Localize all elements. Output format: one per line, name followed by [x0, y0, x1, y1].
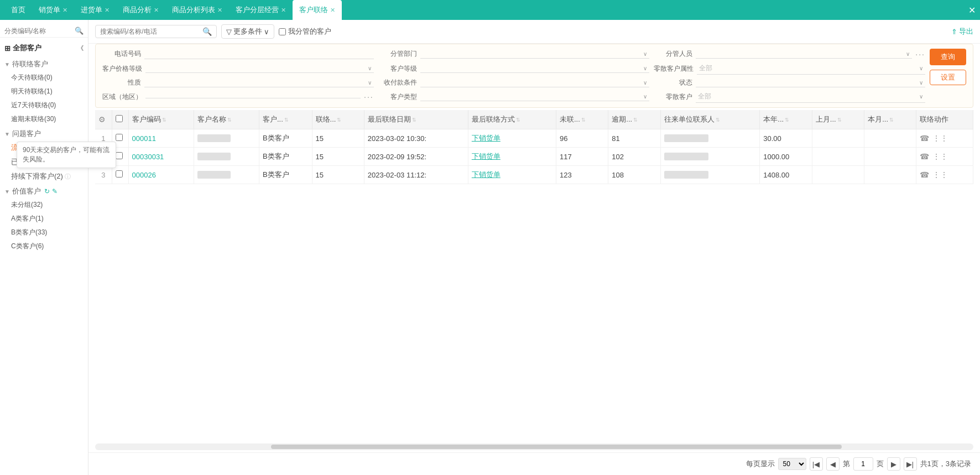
- page-unit: 页: [877, 459, 884, 469]
- tooltip-churn-risk: 90天未交易的客户，可能有流失风险。: [17, 142, 88, 168]
- select-all-checkbox[interactable]: [116, 115, 123, 122]
- close-tab-purchase[interactable]: ✕: [105, 7, 110, 14]
- sidebar-search-input[interactable]: [4, 27, 75, 35]
- filter-field-dept: 分管部门 ∨: [378, 49, 650, 59]
- sidebar-group-problem[interactable]: ▼ 问题客户: [0, 126, 88, 140]
- search-input[interactable]: [100, 28, 200, 35]
- sidebar-item-class-a[interactable]: A类客户(1): [0, 212, 88, 226]
- sidebar-search-icon[interactable]: 🔍: [75, 27, 84, 35]
- th-name: 客户名称⇅: [194, 110, 259, 129]
- first-page-btn[interactable]: |◀: [810, 457, 823, 471]
- page-number-input[interactable]: [853, 457, 873, 471]
- cell-type: B类客户: [259, 148, 312, 166]
- close-tab-salesorder[interactable]: ✕: [62, 7, 67, 14]
- sidebar-collapse-btn[interactable]: 《: [77, 44, 84, 53]
- more-conditions-btn[interactable]: ▽ 更多条件 ∨: [221, 24, 274, 39]
- nav-tab-salesorder[interactable]: 销货单 ✕: [32, 0, 74, 20]
- nav-tab-customer-layer[interactable]: 客户分层经营 ✕: [229, 0, 293, 20]
- filter-label-phone: 电话号码: [102, 49, 141, 59]
- th-last-method: 最后联络方式⇅: [468, 110, 556, 129]
- filter-select-retail[interactable]: 全部 ∨: [696, 91, 925, 103]
- column-settings-icon[interactable]: ⚙: [98, 115, 106, 124]
- sidebar-item-tomorrow[interactable]: 明天待联络(1): [0, 85, 88, 98]
- edit-icon[interactable]: ✎: [52, 187, 58, 195]
- filter-select-cust-type[interactable]: ∨: [420, 92, 650, 101]
- action-more-icon[interactable]: ⋮⋮: [932, 134, 948, 143]
- sidebar-item-ungrouped[interactable]: 未分组(32): [0, 198, 88, 212]
- action-phone-icon[interactable]: ☎: [920, 134, 929, 143]
- scrollbar-thumb[interactable]: [271, 445, 842, 449]
- prev-page-btn[interactable]: ◀: [826, 457, 840, 471]
- close-tab-analysis[interactable]: ✕: [154, 7, 159, 14]
- filter-select-status[interactable]: ∨: [696, 79, 925, 87]
- next-page-btn[interactable]: ▶: [887, 457, 900, 471]
- more-region-btn[interactable]: ···: [364, 92, 374, 101]
- filter-input-region[interactable]: [145, 96, 361, 98]
- action-more-icon[interactable]: ⋮⋮: [932, 152, 948, 161]
- cell-overdue: 81: [608, 129, 660, 148]
- row-checkbox-0[interactable]: [116, 134, 123, 141]
- filter-select-retail-attr[interactable]: 全部 ∨: [697, 62, 925, 75]
- close-tab-customer-layer[interactable]: ✕: [281, 7, 286, 14]
- filter-field-region: 区域（地区） ···: [102, 92, 374, 102]
- more-manager-btn[interactable]: ···: [915, 50, 925, 59]
- filter-label-cust-level: 客户等级: [378, 64, 417, 74]
- filter-select-price-level[interactable]: ∨: [145, 64, 374, 73]
- horizontal-scrollbar[interactable]: [95, 443, 973, 450]
- sidebar-item-declining[interactable]: 持续下滑客户(2) ⓘ: [0, 169, 88, 184]
- sidebar-group-pending[interactable]: ▼ 待联络客户: [0, 56, 88, 71]
- nav-tab-analysis-list[interactable]: 商品分析列表 ✕: [165, 0, 229, 20]
- th-checkbox: [112, 110, 128, 129]
- my-customers-checkbox[interactable]: [279, 28, 286, 35]
- action-phone-icon[interactable]: ☎: [920, 152, 929, 161]
- sidebar-item-7days[interactable]: 近7天待联络(0): [0, 98, 88, 112]
- export-icon: ⇑: [951, 28, 957, 36]
- chevron-price-level: ∨: [368, 65, 372, 71]
- last-method-link[interactable]: 下销货单: [472, 170, 501, 179]
- filter-select-manager[interactable]: ∨: [696, 50, 912, 59]
- last-method-link[interactable]: 下销货单: [472, 152, 501, 160]
- table-row: 3 000026 B类客户 15 2023-02-03 11:12: 下销货单 …: [95, 166, 973, 184]
- my-customers-checkbox-label[interactable]: 我分管的客户: [279, 27, 331, 36]
- nav-home[interactable]: 首页: [4, 0, 32, 20]
- per-page-select[interactable]: 50 100: [778, 458, 806, 470]
- filter-select-payment[interactable]: ∨: [420, 79, 650, 87]
- cell-last-date: 2023-02-09 19:52:: [364, 148, 468, 166]
- filter-field-price-level: 客户价格等级 ∨: [102, 64, 374, 74]
- search-button[interactable]: 🔍: [202, 27, 212, 36]
- nav-tab-purchase[interactable]: 进货单 ✕: [74, 0, 116, 20]
- filter-select-cust-level[interactable]: ∨: [420, 64, 650, 73]
- sidebar-item-class-c[interactable]: C类客户(6): [0, 239, 88, 253]
- settings-button[interactable]: 设置: [930, 70, 966, 85]
- close-tab-customer-contact[interactable]: ✕: [330, 7, 335, 14]
- sidebar-item-class-b[interactable]: B类客户(33): [0, 226, 88, 239]
- table-row: 1 000011 B类客户 15 2023-03-02 10:30: 下销货单 …: [95, 129, 973, 148]
- sidebar-item-overdue[interactable]: 逾期未联络(30): [0, 112, 88, 126]
- filter-field-retail-attr: 零散客户属性 全部 ∨: [654, 62, 925, 75]
- row-checkbox-2[interactable]: [116, 170, 123, 178]
- action-phone-icon[interactable]: ☎: [920, 170, 929, 179]
- chevron-retail: ∨: [919, 93, 923, 100]
- refresh-icon[interactable]: ↻: [44, 187, 50, 195]
- chevron-dept: ∨: [643, 51, 647, 57]
- last-page-btn[interactable]: ▶|: [904, 457, 917, 471]
- sidebar-item-today[interactable]: 今天待联络(0): [0, 71, 88, 85]
- filter-input-phone[interactable]: [144, 49, 374, 59]
- query-button[interactable]: 查询: [930, 49, 966, 65]
- window-close-button[interactable]: ✕: [968, 5, 976, 15]
- close-tab-analysis-list[interactable]: ✕: [217, 7, 222, 14]
- last-method-link[interactable]: 下销货单: [472, 134, 501, 142]
- th-contact-person: 往来单位联系人⇅: [660, 110, 760, 129]
- export-button[interactable]: ⇑ 导出: [951, 27, 973, 36]
- action-more-icon[interactable]: ⋮⋮: [932, 170, 948, 179]
- table-container: ⚙ 客户编码⇅ 客户名称⇅ 客户...⇅ 联络...⇅ 最后联络日期⇅ 最后联络…: [88, 110, 980, 443]
- row-checkbox-1[interactable]: [116, 152, 123, 159]
- sidebar-all-customers[interactable]: ⊞ 全部客户 《: [0, 40, 88, 56]
- search-input-wrap: 🔍: [95, 25, 217, 38]
- sidebar-group-value[interactable]: ▼ 价值客户 ↻ ✎: [0, 184, 88, 198]
- filter-field-nature: 性质 ∨: [102, 78, 374, 87]
- nav-tab-analysis[interactable]: 商品分析 ✕: [116, 0, 165, 20]
- filter-select-dept[interactable]: ∨: [420, 50, 650, 59]
- nav-tab-customer-contact[interactable]: 客户联络 ✕: [293, 0, 342, 20]
- filter-select-nature[interactable]: ∨: [144, 79, 374, 87]
